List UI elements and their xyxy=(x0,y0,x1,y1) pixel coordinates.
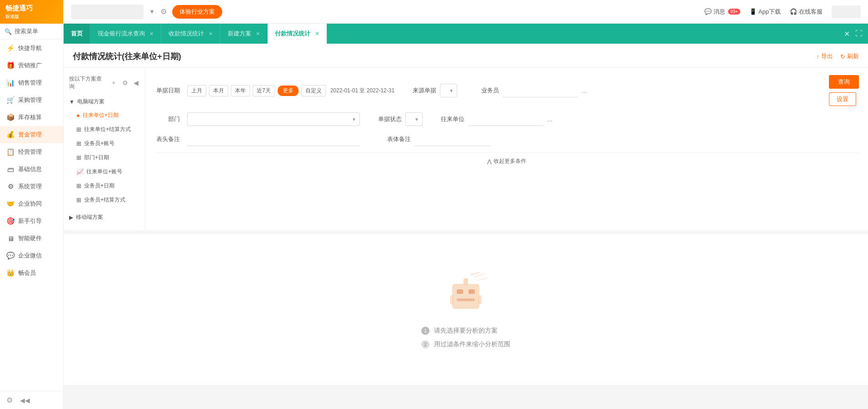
enterprise-icon: 🤝 xyxy=(6,200,15,208)
sidebar-item-enterprise[interactable]: 🤝 企业协同 xyxy=(0,195,63,212)
sidebar-logo: 畅捷通巧 标准版 xyxy=(0,0,63,24)
scheme-item-label: 往来单位+结算方式 xyxy=(84,126,131,133)
section-expand-icon: ▼ xyxy=(69,99,75,105)
new-scheme-close[interactable]: ✕ xyxy=(256,31,260,37)
sidebar-item-quick-nav[interactable]: ⚡ 快捷导航 xyxy=(0,40,63,57)
sidebar-item-basic-info[interactable]: 🗃 基础信息 xyxy=(0,161,63,178)
staff-label: 业务员 xyxy=(474,86,499,95)
filter-settings-btn[interactable]: 设置 xyxy=(829,92,856,106)
scheme-section-mobile-title[interactable]: ▶ 移动端方案 xyxy=(64,211,145,224)
scheme-item-label: 往来单位+日期 xyxy=(83,111,119,119)
trial-btn[interactable]: 体验行业方案 xyxy=(172,5,222,19)
sidebar-item-label: 营销推广 xyxy=(18,61,42,70)
sidebar-item-smart-hardware[interactable]: 🖥 智能硬件 xyxy=(0,230,63,247)
voucher-status-label: 单据状态 xyxy=(376,115,402,123)
scheme-item-staff-settle[interactable]: ⊞ 业务员+结算方式 xyxy=(64,193,145,207)
source-voucher-group: 来源单据 ▼ xyxy=(411,84,457,97)
scheme-add-btn[interactable]: ＋ xyxy=(110,78,118,88)
source-voucher-select[interactable] xyxy=(440,84,457,97)
sidebar-item-guide[interactable]: 🎯 新手引导 xyxy=(0,212,63,230)
sidebar-item-inventory[interactable]: 📦 库存核算 xyxy=(0,109,63,126)
quick-nav-icon: ⚡ xyxy=(6,44,15,52)
partner-input[interactable] xyxy=(468,112,544,126)
app-download-label: App下载 xyxy=(758,8,781,16)
date-buttons: 上月 本月 本年 近7天 更多 自定义 2022-01-01 至 2022-12… xyxy=(187,85,394,96)
svg-rect-3 xyxy=(457,298,475,301)
refresh-btn[interactable]: ↻ 刷新 xyxy=(840,52,859,61)
date-btn-this-month[interactable]: 本月 xyxy=(209,85,228,96)
tab-new-scheme[interactable]: 新建方案 ✕ xyxy=(220,24,268,44)
table-body-remark-input[interactable] xyxy=(414,132,490,146)
date-btn-last-month[interactable]: 上月 xyxy=(187,85,206,96)
export-btn[interactable]: ↑ 导出 xyxy=(817,52,833,61)
sidebar-item-purchase[interactable]: 🛒 采购管理 xyxy=(0,91,63,109)
staff-date-icon: ⊞ xyxy=(76,182,81,189)
scheme-item-dept-date[interactable]: ⊞ 部门+日期 xyxy=(64,151,145,165)
page-header-actions: ↑ 导出 ↻ 刷新 xyxy=(817,52,859,61)
scheme-section-desktop-title[interactable]: ▼ 电脑端方案 xyxy=(64,95,145,108)
scheme-item-partner-settle[interactable]: ⊞ 往来单位+结算方式 xyxy=(64,122,145,136)
scheme-settings-btn[interactable]: ⚙ xyxy=(121,78,129,87)
sidebar-settings-icon[interactable]: ⚙ xyxy=(6,396,13,404)
main-area: ▼ ⚙ 体验行业方案 💬 消息 99+ 📱 App下载 🎧 在线客服 首页 xyxy=(64,0,868,409)
sidebar-item-label: 基础信息 xyxy=(18,165,42,173)
date-btn-custom[interactable]: 自定义 xyxy=(301,85,326,96)
user-avatar[interactable] xyxy=(832,5,861,18)
messages-btn[interactable]: 💬 消息 99+ xyxy=(704,8,740,16)
sidebar-item-wechat[interactable]: 💬 企业微信 xyxy=(0,247,63,264)
scheme-item-staff-date[interactable]: ⊞ 业务员+日期 xyxy=(64,179,145,193)
tabbar-actions: ✕ ⛶ xyxy=(838,24,868,44)
new-scheme-label: 新建方案 xyxy=(228,30,251,38)
partner-group: 往来单位 ... xyxy=(439,112,553,126)
scheme-item-staff-account[interactable]: ⊞ 业务员+账号 xyxy=(64,136,145,151)
scheme-collapse-btn[interactable]: ◀ xyxy=(133,78,140,87)
topbar-gear-icon[interactable]: ⚙ xyxy=(160,7,167,16)
tabbar-close-icon[interactable]: ✕ xyxy=(844,30,850,38)
voucher-status-group: 单据状态 ▼ xyxy=(376,112,423,126)
date-btn-this-year[interactable]: 本年 xyxy=(231,85,250,96)
staff-input[interactable] xyxy=(503,84,578,97)
logo-sub: 标准版 xyxy=(5,14,33,20)
query-btn[interactable]: 查询 xyxy=(829,75,859,89)
partner-account-icon: 📈 xyxy=(76,168,84,175)
partner-dots[interactable]: ... xyxy=(547,116,553,123)
basic-info-icon: 🗃 xyxy=(6,165,15,173)
topbar-dropdown-icon[interactable]: ▼ xyxy=(149,8,155,15)
receive-stats-close[interactable]: ✕ xyxy=(209,31,213,37)
online-service-btn[interactable]: 🎧 在线客服 xyxy=(790,8,823,16)
sidebar-item-sales[interactable]: 📊 销售管理 xyxy=(0,74,63,91)
sidebar-item-finance[interactable]: 💰 资金管理 xyxy=(0,126,63,143)
app-download-btn[interactable]: 📱 App下载 xyxy=(749,8,781,16)
collapse-btn[interactable]: ⋀ 收起更多条件 xyxy=(487,157,526,165)
message-icon: 💬 xyxy=(704,8,712,15)
sidebar-collapse-icon[interactable]: ◀◀ xyxy=(20,397,30,404)
sidebar-item-label: 智能硬件 xyxy=(18,234,42,242)
tab-receive-stats[interactable]: 收款情况统计 ✕ xyxy=(161,24,220,44)
sidebar-item-system[interactable]: ⚙ 系统管理 xyxy=(0,178,63,195)
voucher-status-select[interactable] xyxy=(405,112,423,126)
sidebar-item-member[interactable]: 👑 畅会员 xyxy=(0,264,63,282)
logo-text: 畅捷通巧 xyxy=(5,4,33,13)
partner-date-icon: ● xyxy=(76,112,80,119)
date-btn-more[interactable]: 更多 xyxy=(278,86,299,96)
sidebar-item-marketing[interactable]: 🎁 营销推广 xyxy=(0,57,63,74)
sidebar-item-operation[interactable]: 📋 经营管理 xyxy=(0,143,63,161)
dept-select-wrap: ▼ xyxy=(187,112,360,126)
scheme-item-partner-date[interactable]: ● 往来单位+日期 xyxy=(64,108,145,122)
table-header-remark-input[interactable] xyxy=(187,132,360,146)
dept-select[interactable] xyxy=(187,112,360,126)
staff-dots[interactable]: ... xyxy=(582,87,587,94)
tip-text-2: 用过滤条件来缩小分析范围 xyxy=(434,340,510,348)
date-btn-last-7days[interactable]: 近7天 xyxy=(253,85,275,96)
pay-stats-close[interactable]: ✕ xyxy=(315,31,319,37)
tab-home[interactable]: 首页 xyxy=(64,24,90,44)
tab-bank-flow[interactable]: 现金银行流水查询 ✕ xyxy=(90,24,161,44)
scheme-item-partner-account[interactable]: 📈 往来单位+账号 xyxy=(64,165,145,179)
tabbar-expand-icon[interactable]: ⛶ xyxy=(855,30,863,38)
svg-rect-1 xyxy=(457,289,463,294)
bank-flow-close[interactable]: ✕ xyxy=(150,31,154,37)
sidebar-nav: ⚡ 快捷导航 🎁 营销推广 📊 销售管理 🛒 采购管理 📦 库存核算 💰 资金管… xyxy=(0,40,63,391)
tab-pay-stats[interactable]: 付款情况统计 ✕ xyxy=(268,24,327,44)
user-area xyxy=(71,5,144,19)
sidebar-search[interactable]: 🔍 搜索菜单 xyxy=(0,24,63,40)
